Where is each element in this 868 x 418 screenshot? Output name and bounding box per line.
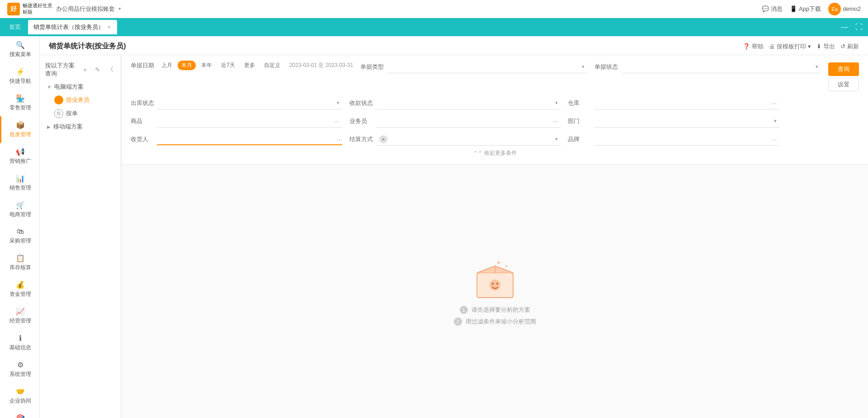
tree-item-mobile[interactable]: ▶ 移动端方案 bbox=[40, 120, 121, 133]
add-scheme-button[interactable]: + bbox=[80, 65, 90, 75]
doc-type-dropdown-icon: ▾ bbox=[582, 64, 585, 70]
date-tab-last-month[interactable]: 上月 bbox=[158, 61, 176, 70]
date-tab-more[interactable]: 更多 bbox=[241, 61, 259, 70]
help-button[interactable]: ❓ 帮助 bbox=[743, 43, 764, 51]
tab-maximize-button[interactable]: ⛶ bbox=[854, 21, 864, 33]
tree-child-by-salesperson[interactable]: 按 按业务员 bbox=[40, 93, 121, 107]
empty-step-2: 2 用过滤条件来缩小分析范围 bbox=[454, 318, 536, 326]
empty-step-1: 1 请先选择要分析的方案 bbox=[460, 306, 530, 314]
recipient-dots[interactable]: ··· bbox=[337, 136, 342, 143]
logo-area: 好 畅捷通好生意 标版 bbox=[7, 3, 52, 15]
content-area: 销货单统计表(按业务员) ❓ 帮助 🖨 按模板打印 ▾ ⬇ 导出 ↺ 刷新 bbox=[40, 36, 868, 418]
export-button[interactable]: ⬇ 导出 bbox=[816, 43, 835, 51]
doc-type-label: 单据类型 bbox=[360, 63, 384, 71]
template-print-button[interactable]: 🖨 按模板打印 ▾ bbox=[769, 43, 811, 51]
salesperson-dots[interactable]: ··· bbox=[553, 118, 558, 125]
settlement-filter: 结算方式 × ▾ bbox=[349, 133, 561, 146]
main-layout: 🔍 搜索菜单 ⚡ 快捷导航 🏪 零售管理 📦 批发管理 📢 营销推广 📊 销售管… bbox=[0, 36, 868, 418]
sidebar-item-newuser[interactable]: 🎯 新手引导 bbox=[0, 409, 39, 418]
warehouse-select[interactable]: ··· bbox=[594, 97, 779, 109]
help-icon: ❓ bbox=[743, 43, 750, 50]
tab-bar: 首页 销货单统计表（按业务员） × — ⛶ bbox=[0, 18, 868, 36]
doc-type-select[interactable]: ▾ bbox=[387, 61, 587, 73]
salesperson-scheme-icon: 按 bbox=[54, 95, 63, 104]
purchase-icon: 🛍 bbox=[17, 228, 24, 236]
recipient-input[interactable] bbox=[157, 134, 342, 145]
sidebar-item-inventory[interactable]: 📋 库存核算 bbox=[0, 249, 39, 276]
salesperson-select[interactable]: ··· bbox=[376, 115, 561, 128]
warehouse-label: 仓库 bbox=[568, 99, 590, 107]
sidebar-item-wholesale[interactable]: 📦 批发管理 bbox=[0, 116, 39, 143]
department-select[interactable]: ▾ bbox=[594, 115, 779, 128]
tab-active[interactable]: 销货单统计表（按业务员） × bbox=[28, 20, 117, 34]
page-header: 销货单统计表(按业务员) ❓ 帮助 🖨 按模板打印 ▾ ⬇ 导出 ↺ 刷新 bbox=[40, 36, 868, 55]
tree-child-by-order[interactable]: 按 按单 bbox=[40, 107, 121, 120]
date-label: 单据日期 bbox=[131, 62, 154, 70]
sidebar-item-basic[interactable]: ℹ 基础信息 bbox=[0, 329, 39, 356]
sidebar-item-retail[interactable]: 🏪 零售管理 bbox=[0, 90, 39, 116]
salesperson-label: 业务员 bbox=[349, 117, 372, 125]
date-tab-this-month[interactable]: 本月 bbox=[178, 61, 196, 70]
tab-close-icon[interactable]: × bbox=[107, 24, 112, 30]
settlement-select[interactable]: × ▾ bbox=[377, 133, 561, 146]
recipient-filter: 收货人 ··· bbox=[131, 134, 342, 145]
settlement-clear-icon[interactable]: × bbox=[379, 135, 387, 143]
refresh-icon: ↺ bbox=[840, 43, 845, 50]
brand-select[interactable]: ··· bbox=[594, 133, 779, 146]
app-download-button[interactable]: 📱 App下载 bbox=[790, 5, 821, 13]
empty-state: 1 请先选择要分析的方案 2 用过滤条件来缩小分析范围 bbox=[122, 165, 868, 418]
user-menu[interactable]: Ea demo2 bbox=[828, 3, 861, 15]
sidebar-item-ecommerce[interactable]: 🛒 电商管理 bbox=[0, 196, 39, 223]
title-dropdown-icon[interactable]: ▾ bbox=[118, 6, 121, 12]
collection-select[interactable]: ▾ bbox=[377, 97, 561, 109]
message-button[interactable]: 💬 消息 bbox=[762, 5, 783, 13]
print-dropdown-icon: ▾ bbox=[808, 43, 811, 50]
sidebar-item-marketing[interactable]: 📢 营销推广 bbox=[0, 143, 39, 170]
sidebar-item-enterprise[interactable]: 🤝 企业协同 bbox=[0, 383, 39, 409]
sidebar-item-system[interactable]: ⚙ 系统管理 bbox=[0, 356, 39, 383]
svg-point-4 bbox=[496, 283, 498, 285]
doc-status-select[interactable]: ▾ bbox=[622, 61, 821, 73]
filter-area: 单据日期 上月 本月 本年 近7天 更多 自定义 2023-03-01 至 20… bbox=[122, 55, 868, 165]
sidebar-item-operations[interactable]: 📈 经营管理 bbox=[0, 303, 39, 329]
brand-dots[interactable]: ··· bbox=[771, 136, 777, 143]
collapse-panel-button[interactable]: 《 bbox=[105, 65, 115, 75]
date-tab-custom[interactable]: 自定义 bbox=[260, 61, 284, 70]
brand-filter: 品牌 ··· bbox=[568, 133, 779, 146]
warehouse-dots[interactable]: ··· bbox=[771, 100, 777, 107]
sidebar-item-sales[interactable]: 📊 销售管理 bbox=[0, 170, 39, 196]
step-num-2: 2 bbox=[454, 318, 462, 326]
tab-home[interactable]: 首页 bbox=[4, 20, 26, 34]
system-icon: ⚙ bbox=[17, 361, 24, 369]
warehouse-filter: 仓库 ··· bbox=[568, 97, 779, 109]
sidebar-item-quick-nav[interactable]: ⚡ 快捷导航 bbox=[0, 63, 39, 90]
query-button[interactable]: 查询 bbox=[828, 62, 859, 76]
search-icon: 🔍 bbox=[16, 41, 25, 49]
tree-item-desktop[interactable]: ▼ 电脑端方案 bbox=[40, 81, 121, 93]
tree-arrow-mobile: ▶ bbox=[47, 124, 51, 129]
newuser-icon: 🎯 bbox=[16, 414, 25, 418]
collection-label: 收款状态 bbox=[349, 99, 373, 107]
department-filter: 部门 ▾ bbox=[568, 115, 779, 128]
outbound-dropdown-icon: ▾ bbox=[337, 100, 340, 106]
date-range: 2023-03-01 至 2023-03-31 bbox=[289, 62, 353, 69]
page-actions: ❓ 帮助 🖨 按模板打印 ▾ ⬇ 导出 ↺ 刷新 bbox=[743, 43, 859, 51]
outbound-select[interactable]: ▾ bbox=[158, 97, 342, 109]
enterprise-icon: 🤝 bbox=[16, 387, 25, 396]
date-tab-this-year[interactable]: 本年 bbox=[198, 61, 216, 70]
top-bar-left: 好 畅捷通好生意 标版 办公用品行业模拟账套 ▾ bbox=[7, 3, 121, 15]
tab-minimize-button[interactable]: — bbox=[839, 21, 850, 33]
sidebar-item-search[interactable]: 🔍 搜索菜单 bbox=[0, 36, 39, 63]
settings-button[interactable]: 设置 bbox=[828, 78, 859, 91]
finance-icon: 💰 bbox=[16, 280, 25, 289]
filter-row-2: 出库状态 ▾ 收款状态 ▾ bbox=[131, 97, 859, 109]
salesperson-filter: 业务员 ··· bbox=[349, 115, 561, 128]
product-dots[interactable]: ··· bbox=[334, 118, 340, 125]
edit-scheme-button[interactable]: ✎ bbox=[93, 65, 103, 75]
sidebar-item-finance[interactable]: 💰 资金管理 bbox=[0, 276, 39, 303]
product-select[interactable]: ··· bbox=[157, 115, 342, 128]
date-tab-7days[interactable]: 近7天 bbox=[217, 61, 239, 70]
sidebar-item-purchase[interactable]: 🛍 采购管理 bbox=[0, 223, 39, 249]
collapse-button[interactable]: ⌃⌃ 收起更多条件 bbox=[473, 149, 517, 157]
refresh-button[interactable]: ↺ 刷新 bbox=[840, 43, 859, 51]
